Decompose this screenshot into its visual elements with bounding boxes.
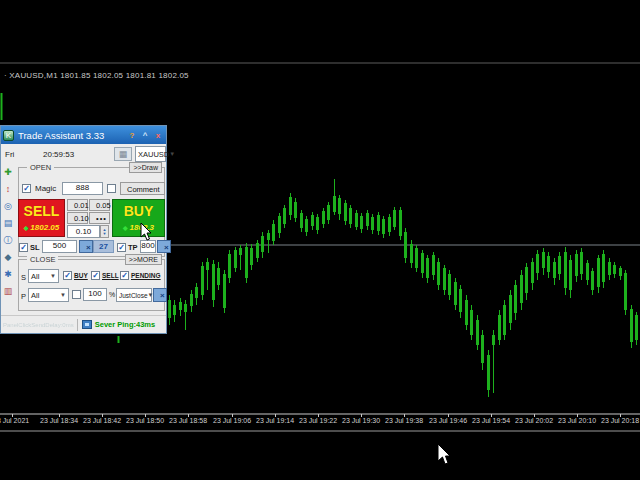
candle	[487, 350, 490, 397]
app-logo-icon: K	[3, 130, 14, 141]
lot-001-button[interactable]: 0.01	[67, 199, 88, 211]
candle	[591, 268, 594, 295]
candle	[586, 260, 589, 285]
s-filter-select[interactable]: All ▼	[28, 269, 59, 283]
chevron-down-icon: ▼	[50, 273, 56, 279]
close-pending-option[interactable]: ✓ PENDING	[120, 271, 161, 280]
candle	[212, 260, 215, 307]
time-axis-label: 23 Jul 18:58	[169, 417, 207, 424]
settings-icon[interactable]: ✱	[2, 268, 14, 280]
sl-checkbox[interactable]: ✓	[19, 243, 28, 252]
time-axis-label: 23 Jul 2021	[0, 417, 29, 424]
candle	[421, 250, 424, 278]
info-icon[interactable]: ⓘ	[2, 234, 14, 246]
candle	[206, 258, 209, 290]
p-filter-select[interactable]: All ▼	[28, 288, 69, 302]
lot-size-stepper[interactable]: ▲ ▼	[100, 225, 109, 238]
candle	[470, 305, 473, 340]
network-icon	[82, 320, 92, 329]
side-toolbar: ✚↕◎▤ⓘ◆✱▥	[1, 166, 16, 316]
candle	[234, 247, 237, 272]
candle	[580, 248, 583, 280]
lot-005-button[interactable]: 0.05	[89, 199, 110, 211]
magic-checkbox[interactable]: ✓	[22, 184, 31, 193]
candle	[459, 285, 462, 318]
comment-button[interactable]: Comment	[120, 182, 165, 195]
candle	[558, 252, 561, 280]
time-axis-label: 23 Jul 19:22	[299, 417, 337, 424]
percent-checkbox[interactable]	[72, 290, 81, 299]
time-axis-label: 23 Jul 18:50	[126, 417, 164, 424]
new-order-icon[interactable]: ✚	[2, 166, 14, 178]
close-sell-checkbox[interactable]: ✓	[91, 271, 100, 280]
candle	[272, 220, 275, 245]
close-row-clear-button[interactable]: ×	[153, 288, 167, 302]
candle	[333, 179, 336, 215]
candle	[624, 270, 627, 315]
candle	[602, 250, 605, 288]
trade-bars-icon[interactable]: ▥	[2, 285, 14, 297]
candle	[190, 290, 193, 312]
s-filter-value: All	[31, 272, 39, 281]
collapse-button[interactable]: ^	[140, 131, 150, 140]
lot-more-button[interactable]: •••	[89, 212, 110, 224]
candle	[448, 270, 451, 300]
candle	[168, 295, 171, 325]
p-row-label: P	[21, 292, 26, 301]
candles-icon[interactable]: ↕	[2, 183, 14, 195]
candle	[476, 315, 479, 350]
panel-titlebar[interactable]: K Trade Assistant 3.33 ? ^ x	[1, 126, 166, 144]
candle	[382, 216, 385, 238]
buy-button[interactable]: BUY ◆ 1802.3	[112, 199, 165, 237]
watermark-text: PanelClickSendDelay:0ms	[3, 322, 74, 328]
save-icon[interactable]: ▤	[2, 217, 14, 229]
tp-checkbox[interactable]: ✓	[117, 243, 126, 252]
sl-clear-button[interactable]: ×	[79, 240, 93, 253]
tp-input[interactable]: 800	[140, 240, 156, 253]
lot-010-button[interactable]: 0.10	[67, 212, 88, 224]
sl-input[interactable]: 500	[42, 240, 77, 253]
candle	[454, 278, 457, 310]
candle	[547, 252, 550, 278]
candle	[553, 258, 556, 285]
time-axis-label: 23 Jul 20:18	[601, 417, 639, 424]
close-sell-option[interactable]: ✓ SELL	[91, 271, 119, 280]
percent-input[interactable]: 100	[83, 288, 107, 301]
diamond-icon[interactable]: ◆	[2, 251, 14, 263]
close-button[interactable]: x	[153, 131, 163, 140]
p-filter-value: All	[31, 291, 39, 300]
tp-label: TP	[128, 243, 138, 252]
candle	[393, 207, 396, 230]
calendar-icon[interactable]: ▦	[114, 147, 132, 161]
candle	[432, 252, 435, 280]
comment-checkbox[interactable]	[107, 184, 116, 193]
close-mode-select[interactable]: JustClose ▼	[116, 288, 152, 302]
symbol-select[interactable]: XAUUSD ▼	[135, 146, 166, 162]
close-pending-checkbox[interactable]: ✓	[120, 271, 129, 280]
magnifier-icon[interactable]: ◎	[2, 200, 14, 212]
chevron-down-icon: ▼	[60, 292, 66, 298]
tp-clear-button[interactable]: ×	[157, 240, 171, 253]
candle	[250, 244, 253, 270]
candle	[525, 263, 528, 300]
candle	[360, 213, 363, 233]
magic-input[interactable]: 888	[62, 182, 103, 195]
close-buy-option[interactable]: ✓ BUY	[63, 271, 88, 280]
candle	[619, 266, 622, 280]
candle	[217, 262, 220, 290]
metatrader-screen: · XAUUSD,M1 1801.85 1802.05 1801.81 1802…	[0, 0, 640, 480]
candle	[465, 295, 468, 330]
candle	[613, 262, 616, 278]
spinner-down-icon[interactable]: ▼	[103, 232, 107, 236]
lot-size-input[interactable]: 0.10	[67, 225, 100, 238]
candle	[377, 212, 380, 235]
candle	[344, 200, 347, 225]
more-button[interactable]: >>MORE	[125, 254, 162, 265]
close-buy-checkbox[interactable]: ✓	[63, 271, 72, 280]
candle	[492, 330, 495, 393]
draw-button[interactable]: >>Draw	[129, 162, 162, 173]
help-button[interactable]: ?	[127, 131, 137, 140]
top-divider	[0, 62, 640, 64]
sell-price-marker-icon: ◆	[24, 222, 29, 234]
sell-button[interactable]: SELL ◆ 1802.05	[18, 199, 65, 237]
